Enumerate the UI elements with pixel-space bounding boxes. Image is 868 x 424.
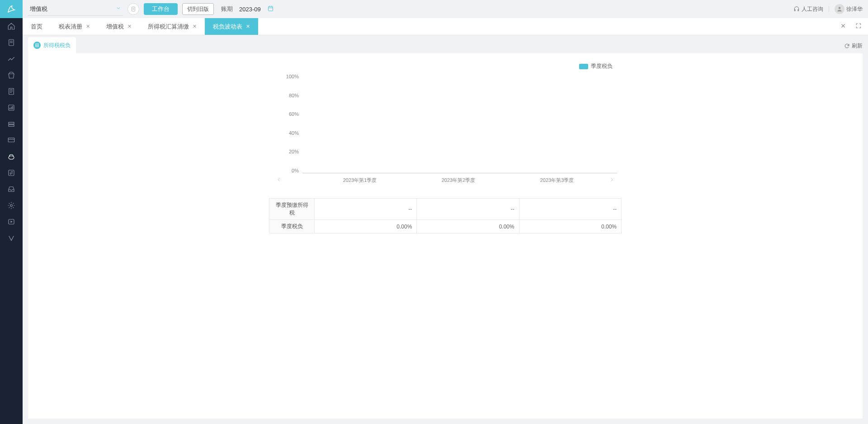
data-table: 季度预缴所得税------季度税负0.00%0.00%0.00% (269, 198, 622, 233)
tab-bar: 首页税表清册✕增值税✕所得税汇算清缴✕税负波动表✕ (23, 18, 868, 35)
sidebar-item-transfer[interactable] (0, 165, 23, 181)
sidebar-item-doc[interactable] (0, 83, 23, 100)
archive-icon (7, 120, 15, 128)
period-label: 账期 (221, 5, 233, 13)
legend-swatch (579, 64, 588, 69)
header-bar: 增值税 工作台 切到旧版 账期 2023-09 人工咨询 徐泽华 (23, 0, 868, 18)
tab-close-button[interactable]: ✕ (86, 24, 90, 29)
subtab-income-tax[interactable]: 所得税税负 (28, 37, 76, 53)
user-menu[interactable]: 徐泽华 (835, 4, 863, 14)
doc-icon (7, 87, 15, 95)
tab-item[interactable]: 税表清册✕ (51, 18, 98, 35)
calendar-icon (267, 5, 274, 12)
tab-item[interactable]: 首页 (23, 18, 51, 35)
tab-item[interactable]: 所得税汇算清缴✕ (140, 18, 205, 35)
note-icon (130, 6, 137, 12)
avatar-icon (835, 4, 844, 14)
tax-icon (7, 152, 15, 161)
chevron-right-icon (609, 176, 614, 183)
consult-button[interactable]: 人工咨询 (793, 5, 823, 13)
legend-item: 季度税负 (579, 62, 613, 70)
y-tick-label: 40% (289, 130, 299, 136)
sidebar-item-form[interactable] (0, 34, 23, 51)
sidebar-item-home[interactable] (0, 18, 23, 34)
app-logo[interactable] (0, 0, 23, 18)
sidebar-item-bag[interactable] (0, 67, 23, 83)
svg-rect-20 (132, 7, 135, 11)
sidebar-item-archive[interactable] (0, 116, 23, 132)
table-row: 季度税负0.00%0.00%0.00% (269, 220, 622, 233)
y-tick-label: 20% (289, 149, 299, 154)
svg-rect-16 (9, 170, 14, 176)
chart-next-button[interactable] (606, 176, 617, 185)
tab-label: 所得税汇算清缴 (148, 23, 189, 31)
svg-rect-13 (8, 138, 14, 142)
svg-rect-8 (9, 108, 10, 110)
table-cell: -- (315, 199, 417, 220)
sidebar-item-tax[interactable] (0, 148, 23, 165)
svg-point-17 (10, 205, 13, 207)
sidebar-item-video[interactable] (0, 214, 23, 230)
switch-version-button[interactable]: 切到旧版 (182, 3, 214, 15)
subtab-label: 所得税税负 (43, 42, 71, 49)
tab-item[interactable]: 税负波动表✕ (205, 18, 258, 35)
screen-icon (7, 136, 15, 144)
header-right: 人工咨询 徐泽华 (793, 4, 863, 14)
inbox-icon (7, 185, 15, 193)
sidebar-item-report[interactable] (0, 100, 23, 116)
main-area: 增值税 工作台 切到旧版 账期 2023-09 人工咨询 徐泽华 (23, 0, 868, 424)
fullscreen-icon (855, 23, 862, 29)
bag-icon (7, 71, 15, 79)
sidebar-item-inbox[interactable] (0, 181, 23, 197)
y-tick-label: 0% (292, 168, 299, 173)
svg-rect-9 (11, 107, 12, 110)
tab-close-button[interactable]: ✕ (193, 24, 197, 29)
fullscreen-button[interactable] (854, 21, 863, 32)
transfer-icon (7, 169, 15, 177)
sidebar-item-chart[interactable] (0, 51, 23, 67)
video-icon (7, 218, 15, 226)
close-all-button[interactable] (838, 21, 848, 32)
username: 徐泽华 (846, 5, 863, 13)
close-icon (840, 23, 846, 29)
home-icon (7, 22, 15, 30)
refresh-label: 刷新 (852, 42, 863, 50)
chart-x-axis: 2023年第1季度2023年第2季度2023年第3季度 (274, 176, 617, 185)
legend-label: 季度税负 (591, 62, 613, 70)
v-icon (7, 234, 15, 242)
refresh-icon (844, 43, 850, 49)
sidebar-item-settings[interactable] (0, 197, 23, 214)
svg-rect-10 (12, 106, 13, 110)
tab-label: 税负波动表 (213, 23, 242, 31)
x-tick-label: 2023年第3季度 (508, 177, 606, 184)
calendar-button[interactable] (267, 5, 274, 13)
content-panel: 季度税负 100%80%60%40%20%0% 2023年第1季度2023年第2… (28, 53, 863, 419)
note-button[interactable] (127, 3, 139, 15)
refresh-button[interactable]: 刷新 (844, 42, 863, 53)
svg-rect-23 (268, 6, 273, 11)
tab-close-button[interactable]: ✕ (127, 24, 132, 29)
svg-rect-12 (9, 125, 14, 127)
chevron-down-icon (116, 5, 121, 12)
table-cell: 0.00% (519, 220, 621, 233)
table-icon (33, 42, 41, 49)
chart-prev-button[interactable] (274, 176, 284, 185)
sub-bar: 所得税税负 刷新 (23, 35, 868, 53)
x-tick-label: 2023年第2季度 (409, 177, 508, 184)
tab-label: 税表清册 (59, 23, 82, 31)
workbench-button[interactable]: 工作台 (144, 3, 178, 15)
tab-close-button[interactable]: ✕ (246, 24, 250, 29)
row-header: 季度税负 (269, 220, 315, 233)
sidebar-item-v[interactable] (0, 230, 23, 246)
y-tick-label: 60% (289, 111, 299, 117)
gear-icon (7, 201, 15, 210)
tab-item[interactable]: 增值税✕ (98, 18, 140, 35)
chart-plot (302, 74, 617, 173)
dropdown-value: 增值税 (30, 5, 47, 13)
company-dropdown[interactable]: 增值税 (28, 2, 123, 16)
table-cell: -- (519, 199, 621, 220)
chart-y-axis: 100%80%60%40%20%0% (274, 74, 302, 173)
svg-marker-19 (11, 221, 13, 223)
sidebar-item-screen[interactable] (0, 132, 23, 148)
consult-label: 人工咨询 (802, 5, 823, 13)
